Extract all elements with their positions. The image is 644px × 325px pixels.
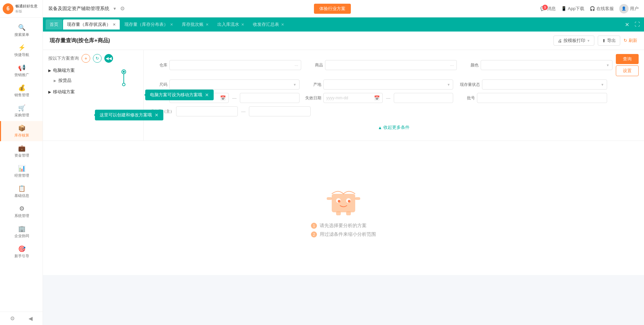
prod-date-calendar-icon[interactable]: 📅 [220,95,226,101]
operations-icon: 📊 [18,165,25,172]
user-area[interactable]: 👤 用户 [619,4,639,13]
sidebar-nav: 🔍 搜索菜单 ⚡ 快捷导航 📢 营销推广 💰 销售管理 🛒 采购管理 📦 库存核… [0,18,43,312]
tip-num-2: 2 [311,231,317,237]
sidebar-item-basic[interactable]: 📋 基础信息 [0,181,43,202]
sidebar-item-system[interactable]: ⚙ 系统管理 [0,202,43,222]
stock-status-filter: 现存量状态 ▼ [457,79,607,90]
expire-date-end[interactable] [394,93,453,103]
stock-status-select[interactable]: ▼ [482,79,607,90]
system-dropdown-icon[interactable]: ▼ [113,6,117,11]
color-select[interactable]: ▼ [481,60,612,70]
collapse-btn[interactable]: ▲ 收起更多条件 [149,121,639,134]
pc-scheme-label: 电脑端方案 [53,67,75,73]
sidebar-item-label: 基础信息 [14,193,29,198]
warehouse-dots-icon[interactable]: ··· [294,63,298,68]
svg-point-4 [348,200,351,203]
logo-badge: 标版 [15,9,38,14]
expire-date-calendar-icon[interactable]: 📅 [374,95,380,101]
finance-icon: 💼 [18,145,25,152]
stock-main-start-input[interactable] [179,109,235,114]
filter-row-1: 仓库 ··· 商品 ··· [149,54,639,76]
online-support-btn[interactable]: 🎧 在线客服 [590,6,614,12]
tab-recv-summary-close[interactable]: ✕ [281,22,284,27]
sidebar-item-quick[interactable]: ⚡ 快捷导航 [0,41,43,61]
sidebar-item-guide[interactable]: 🎯 新手引导 [0,242,43,262]
tab-stock-status-label: 现存量（库存状况表） [67,21,111,28]
sidebar-item-enterprise[interactable]: 🏢 企业协同 [0,222,43,242]
pc-scheme-subitem[interactable]: ▶ 按货品 [43,75,143,86]
export-icon: ⬆ [602,38,606,43]
tooltip-modify-close[interactable]: ✕ [155,112,159,118]
sidebar-item-label: 新手引导 [14,254,29,259]
prod-date-end[interactable] [240,93,299,103]
add-scheme-btn[interactable]: + [82,54,90,63]
logo-name: 畅通好好生意 [15,4,38,9]
sidebar-item-search[interactable]: 🔍 搜索菜单 [0,20,43,41]
refresh-scheme-btn[interactable]: ↻ [93,54,102,63]
export-btn[interactable]: ⬆ 导出 [598,36,620,46]
settings-footer-btn[interactable]: ⚙ [10,315,15,322]
origin-filter: 产地 ▼ [303,79,453,90]
stock-main-filter: 现存量（主） — [149,106,311,116]
set-btn[interactable]: 设置 [616,65,639,76]
tab-stock-batch-close[interactable]: ✕ [206,22,209,27]
industry-btn[interactable]: 体验行业方案 [314,4,351,14]
goods-dots-icon[interactable]: ··· [450,63,454,68]
expire-date-start[interactable]: yyyy-mm-dd 📅 [323,93,383,103]
tab-stock-status[interactable]: 现存量（库存状况表） ✕ [63,19,120,30]
back-scheme-btn[interactable]: ◀◀ [104,54,113,63]
app-download-btn[interactable]: 📱 App下载 [561,6,584,12]
batch-text-input[interactable] [480,96,604,101]
user-avatar-icon: 👤 [622,6,626,11]
origin-label: 产地 [303,82,321,88]
empty-tip-1: 1 请先选择要分析的方案 [311,221,376,230]
batch-input[interactable] [477,93,607,103]
tab-stock-dist-close[interactable]: ✕ [170,22,173,27]
connector-line [123,73,124,83]
sidebar-item-sales[interactable]: 💰 销售管理 [0,81,43,101]
pc-scheme-item[interactable]: ▶ 电脑端方案 [43,65,143,75]
goods-select[interactable]: ··· [325,60,457,70]
refresh-btn[interactable]: ↻ 刷新 [624,38,637,44]
print-btn[interactable]: 🖨 按模板打印 ▼ [553,36,594,46]
tab-recv-summary[interactable]: 收发存汇总表 ✕ [249,19,288,30]
size-select[interactable]: ▼ [169,79,300,90]
tooltip-pc-close[interactable]: ✕ [205,92,209,98]
settings-icon[interactable]: ⚙ [120,5,125,12]
tab-stock-batch[interactable]: 库存批次账 ✕ [178,19,213,30]
tab-stock-status-close[interactable]: ✕ [113,22,116,27]
sales-icon: 💰 [18,84,25,92]
filter-row-4: 现存量（主） — [149,106,639,116]
print-dropdown-icon: ▼ [587,39,590,43]
empty-state: 1 请先选择要分析的方案 2 用过滤条件来缩小分析范围 [43,157,644,259]
sidebar-item-marketing[interactable]: 📢 营销推广 [0,61,43,81]
tab-inout-flow-close[interactable]: ✕ [241,22,244,27]
search-btn[interactable]: 查询 [616,54,639,64]
stock-main-end[interactable] [249,106,311,116]
tip-num-1: 1 [311,223,317,229]
filter-fields: 仓库 ··· 商品 ··· [144,50,644,141]
mobile-scheme-item[interactable]: ▶ 移动端方案 [43,87,143,97]
sidebar-item-inventory[interactable]: 📦 库存核算 [0,121,43,141]
tab-inout-flow[interactable]: 出入库流水 ✕ [213,19,248,30]
warehouse-select[interactable]: ··· [169,60,301,70]
tooltip-modify-text: 这里可以创建和修改方案哦 [100,112,152,118]
message-btn[interactable]: 💬 9 消息 [540,6,556,12]
tab-fullscreen-btn[interactable]: ⛶ [633,20,641,29]
origin-select[interactable]: ▼ [323,79,453,90]
filter-label: 按以下方案查询 [48,55,79,61]
tab-stock-dist[interactable]: 现存量（库存分布表） ✕ [120,19,177,30]
tab-home[interactable]: 首页 [46,19,62,30]
sidebar-item-operations[interactable]: 📊 经营管理 [0,161,43,181]
sidebar-item-finance[interactable]: 💼 资金管理 [0,141,43,161]
sidebar-item-label: 销售管理 [14,93,29,98]
tooltip-pc-text: 电脑方案可设为移动方案哦 [150,92,202,98]
stock-main-end-input[interactable] [252,109,308,114]
color-arrow-icon: ▼ [606,63,609,67]
tooltip-modify-scheme: 这里可以创建和修改方案哦 ✕ [95,110,163,120]
tab-stock-batch-label: 库存批次账 [182,21,204,28]
sidebar-item-purchase[interactable]: 🛒 采购管理 [0,101,43,121]
collapse-sidebar-btn[interactable]: ◀ [29,315,33,322]
stock-main-start[interactable] [176,106,238,116]
tab-close-all-btn[interactable]: ✕ [624,20,631,29]
